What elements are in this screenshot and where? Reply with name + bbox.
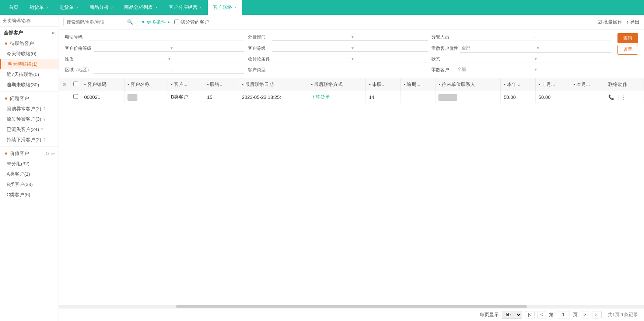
- sidebar-item-churn-warning[interactable]: 流失预警客户(3) ?: [0, 114, 59, 124]
- nav-product-analysis[interactable]: 商品分析 ×: [84, 0, 118, 15]
- nav-customer-segmentation[interactable]: 客户分层经营 ×: [164, 0, 207, 15]
- customer-table: ⚙ ▪ 客户编码 ▪ 客户名称 ▪ 客户...: [59, 78, 644, 103]
- scrollbar-thumb[interactable]: [176, 305, 527, 308]
- more-filter-button[interactable]: ▼ 更多条件 ▲: [141, 19, 171, 25]
- filter-retail-customer-select[interactable]: 全部 ▼: [456, 65, 611, 74]
- table-col-customer-code: ▪ 客户编码: [81, 78, 125, 91]
- filter-panel: 电话号码 分管部门 ▼ 分管人员: [59, 30, 644, 78]
- arrow-down-icon: ▼: [4, 41, 8, 46]
- table-cell-checkbox: [70, 91, 81, 103]
- top-navigation: 首页 销货单 × 进货单 × 商品分析 × 商品分析列表 × 客户分层经营 × …: [0, 0, 644, 15]
- close-product-analysis-icon[interactable]: ×: [111, 5, 113, 10]
- edit-icon[interactable]: ✏: [51, 151, 55, 156]
- filter-region: 区域（地区） ···: [65, 66, 244, 74]
- refresh-icon[interactable]: ↻: [45, 151, 49, 156]
- filter-nature-select[interactable]: ▼: [89, 56, 244, 62]
- sidebar-item-7days-pending[interactable]: 近7天待联络(0): [0, 69, 59, 80]
- filter-status: 状态 ▼: [431, 56, 611, 62]
- page-number-input[interactable]: [557, 311, 570, 318]
- sidebar-item-ungrouped[interactable]: 未分组(32): [0, 159, 59, 169]
- search-icon[interactable]: 🔍: [127, 19, 133, 25]
- search-input[interactable]: [67, 20, 126, 25]
- export-button[interactable]: ↑ 导出: [627, 19, 640, 25]
- table-col-last-contact-date: ▪ 最后联络日期: [239, 78, 308, 91]
- close-customer-contact-icon[interactable]: ×: [234, 5, 237, 10]
- batch-op-icon: ☑: [598, 19, 602, 25]
- person-more-icon[interactable]: ···: [534, 34, 609, 39]
- table-col-customer-name: ▪ 客户名称: [125, 78, 168, 91]
- table-col-settings[interactable]: ⚙: [59, 78, 70, 91]
- filter-payment-select[interactable]: ▼: [272, 56, 427, 62]
- retail-customer-caret-icon: ▼: [534, 68, 609, 72]
- my-customer-checkbox-wrap[interactable]: 我分管的客户: [174, 19, 209, 25]
- action-phone-icon[interactable]: 📞: [608, 94, 614, 100]
- filter-retail-attr-select[interactable]: 全部 ▼: [460, 44, 611, 53]
- table-select-all-checkbox[interactable]: [73, 82, 78, 86]
- table-col-last-month: ▪ 上月...: [535, 78, 570, 91]
- nav-sales-order[interactable]: 销货单 ×: [24, 0, 53, 15]
- filter-customer-type-select[interactable]: [272, 69, 427, 71]
- sidebar-problem-customers-group: ▼ 问题客户: [0, 93, 59, 104]
- blurred-contact-person: contact: [438, 94, 457, 101]
- table-col-customer-type: ▪ 客户...: [168, 78, 204, 91]
- first-page-button[interactable]: |<: [525, 311, 535, 318]
- sidebar-search-input[interactable]: [3, 18, 58, 23]
- nav-customer-contact[interactable]: 客户联络 ×: [208, 0, 242, 15]
- sidebar-item-overdue-contact[interactable]: 逾期未联络(30): [0, 80, 59, 90]
- filter-phone: 电话号码: [65, 33, 244, 41]
- query-button[interactable]: 查询: [617, 33, 638, 43]
- sidebar-item-class-b[interactable]: B类客户(33): [0, 179, 59, 190]
- table-cell-customer-name: Ea: [125, 91, 168, 103]
- filter-region-select[interactable]: ···: [94, 66, 244, 74]
- blurred-customer-name: Ea: [127, 94, 137, 101]
- table-cell-last-month: 50.00: [535, 91, 570, 103]
- filter-phone-input[interactable]: [89, 33, 244, 41]
- sidebar-item-declining[interactable]: 持续下滑客户(2) ?: [0, 135, 59, 145]
- sidebar-item-churned[interactable]: 已流失客户(24) ?: [0, 124, 59, 135]
- filter-action-buttons: 查询 设置: [617, 33, 638, 74]
- sidebar-collapse-icon[interactable]: «: [52, 30, 55, 36]
- batch-operation-button[interactable]: ☑ 批量操作: [598, 19, 622, 25]
- close-sales-order-icon[interactable]: ×: [46, 5, 48, 10]
- my-customer-checkbox[interactable]: [174, 20, 179, 24]
- sidebar-item-tomorrow-pending[interactable]: 明天待联络(1): [0, 59, 59, 69]
- page-size-select[interactable]: 50 100: [502, 311, 522, 319]
- filter-retail-customer: 零散客户 全部 ▼: [431, 65, 611, 74]
- last-contact-method-link[interactable]: 下销货单: [311, 94, 330, 100]
- sidebar-item-class-c[interactable]: C类客户(6): [0, 190, 59, 200]
- region-more-icon[interactable]: ···: [170, 67, 243, 72]
- nav-product-analysis-list[interactable]: 商品分析列表 ×: [119, 0, 162, 15]
- filter-row-3: 性质 ▼ 收付款条件 ▼: [65, 56, 611, 62]
- table-col-contact-count: ▪ 联络...: [204, 78, 239, 91]
- table-cell-contact-person: contact: [435, 91, 501, 103]
- close-product-analysis-list-icon[interactable]: ×: [155, 5, 157, 10]
- sidebar-item-today-pending[interactable]: 今天待联络(0): [0, 49, 59, 59]
- next-page-button[interactable]: >: [581, 311, 589, 318]
- sidebar-all-customers-header: 全部客户 «: [0, 27, 59, 38]
- action-more-icon[interactable]: ⋮⋮: [616, 94, 626, 100]
- table-col-checkbox: [70, 78, 81, 91]
- prev-page-button[interactable]: <: [538, 311, 546, 318]
- table-cell-uncontacted: 14: [366, 91, 400, 103]
- sidebar-item-repurchase-abnormal[interactable]: 回购异常客户(2) ?: [0, 104, 59, 114]
- horizontal-scrollbar[interactable]: [59, 305, 644, 308]
- filter-person-select[interactable]: ···: [456, 33, 611, 41]
- close-purchase-order-icon[interactable]: ×: [76, 5, 78, 10]
- filter-price-level-select[interactable]: ▼: [94, 45, 244, 52]
- dept-caret-icon: ▼: [351, 35, 426, 39]
- filter-status-select[interactable]: ▼: [456, 56, 611, 62]
- table-col-this-year: ▪ 本年...: [501, 78, 535, 91]
- sidebar-item-class-a[interactable]: A类客户(1): [0, 169, 59, 179]
- nav-home[interactable]: 首页: [4, 0, 24, 15]
- filter-nature: 性质 ▼: [65, 56, 244, 62]
- filter-dept-select[interactable]: ▼: [272, 34, 427, 41]
- filter-customer-level-select[interactable]: ▼: [272, 45, 427, 52]
- sidebar-search-area: 🔍: [0, 15, 59, 27]
- last-page-button[interactable]: >|: [592, 311, 602, 318]
- table-cell-overdue: [400, 91, 435, 103]
- row-checkbox[interactable]: [73, 94, 78, 99]
- close-customer-segmentation-icon[interactable]: ×: [200, 5, 202, 10]
- nav-purchase-order[interactable]: 进货单 ×: [54, 0, 83, 15]
- filter-retail-attr: 零散客户属性 全部 ▼: [431, 44, 611, 53]
- set-button[interactable]: 设置: [617, 45, 638, 55]
